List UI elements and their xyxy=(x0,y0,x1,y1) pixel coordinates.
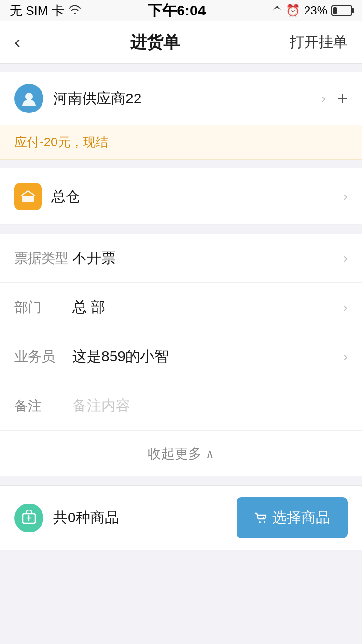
collapse-icon: ∧ xyxy=(206,447,214,461)
open-pending-button[interactable]: 打开挂单 xyxy=(290,32,348,52)
page-title: 进货单 xyxy=(130,31,180,54)
department-chevron-icon: › xyxy=(343,300,348,315)
svg-rect-1 xyxy=(22,196,34,202)
status-bar: 无 SIM 卡 下午6:04 ⏰ 23% xyxy=(0,0,362,21)
bill-type-label: 票据类型 xyxy=(14,249,72,267)
cart-icon xyxy=(254,511,267,525)
product-count: 共0种商品 xyxy=(53,508,237,528)
supplier-row[interactable]: 河南供应商22 › + xyxy=(0,72,362,125)
salesperson-chevron-icon: › xyxy=(343,349,348,364)
svg-point-3 xyxy=(259,521,261,523)
supplier-section: 河南供应商22 › + 应付-20元，现结 xyxy=(0,72,362,160)
back-button[interactable]: ‹ xyxy=(14,32,20,53)
warning-text: 应付-20元，现结 xyxy=(14,135,108,149)
supplier-name: 河南供应商22 xyxy=(53,89,321,109)
collapse-label: 收起更多 xyxy=(148,445,202,463)
battery-percent: 23% xyxy=(304,4,327,17)
warehouse-label: 总仓 xyxy=(51,187,343,207)
carrier-label: 无 SIM 卡 xyxy=(10,2,64,19)
warehouse-chevron-icon: › xyxy=(343,189,348,204)
salesperson-value: 这是859的小智 xyxy=(72,347,343,366)
select-product-label: 选择商品 xyxy=(272,508,330,528)
salesperson-row[interactable]: 业务员 这是859的小智 › xyxy=(0,332,362,381)
warehouse-section: 总仓 › xyxy=(0,168,362,225)
svg-point-4 xyxy=(264,521,265,523)
remark-input[interactable]: 备注内容 xyxy=(72,396,348,416)
wifi-icon xyxy=(68,4,82,17)
svg-point-0 xyxy=(25,93,33,100)
warehouse-row[interactable]: 总仓 › xyxy=(0,168,362,225)
collapse-row[interactable]: 收起更多 ∧ xyxy=(0,431,362,476)
divider-3 xyxy=(0,476,362,485)
divider-2 xyxy=(0,225,362,234)
add-supplier-button[interactable]: + xyxy=(337,88,348,109)
battery-icon xyxy=(331,5,352,16)
form-section: 票据类型 不开票 › 部门 总 部 › 业务员 这是859的小智 › 备注 备注… xyxy=(0,234,362,476)
department-row[interactable]: 部门 总 部 › xyxy=(0,283,362,332)
department-value: 总 部 xyxy=(72,297,343,317)
bill-type-row[interactable]: 票据类型 不开票 › xyxy=(0,234,362,283)
status-left: 无 SIM 卡 xyxy=(10,2,82,19)
warning-banner: 应付-20元，现结 xyxy=(0,125,362,160)
bottom-bar: 共0种商品 选择商品 xyxy=(0,485,362,550)
remark-row[interactable]: 备注 备注内容 xyxy=(0,381,362,431)
department-label: 部门 xyxy=(14,298,72,317)
remark-label: 备注 xyxy=(14,397,72,415)
bill-type-chevron-icon: › xyxy=(343,251,348,266)
product-icon xyxy=(14,504,43,532)
gray-background xyxy=(0,550,362,644)
status-right: ⏰ 23% xyxy=(272,4,352,17)
status-time: 下午6:04 xyxy=(148,1,206,21)
nav-bar: ‹ 进货单 打开挂单 xyxy=(0,21,362,64)
alarm-icon: ⏰ xyxy=(286,4,300,17)
select-product-button[interactable]: 选择商品 xyxy=(237,497,348,538)
supplier-avatar xyxy=(14,84,43,113)
supplier-chevron-icon: › xyxy=(321,91,326,106)
warehouse-icon xyxy=(14,183,42,210)
salesperson-label: 业务员 xyxy=(14,348,72,366)
divider-1 xyxy=(0,160,362,168)
bill-type-value: 不开票 xyxy=(72,248,343,268)
divider-top xyxy=(0,64,362,72)
location-icon xyxy=(272,4,282,17)
